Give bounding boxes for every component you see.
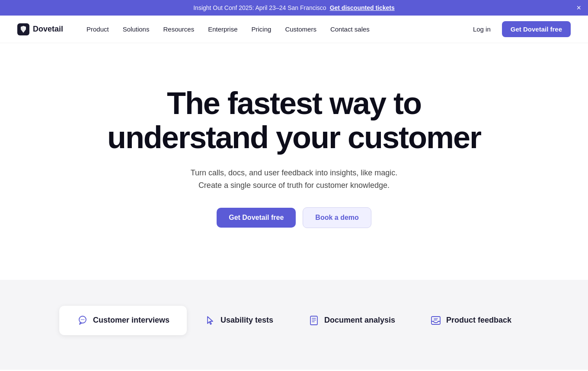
nav-link-contact-sales[interactable]: Contact sales [324,22,376,36]
logo-icon [17,23,29,35]
hero-subtitle-line2: Create a single source of truth for cust… [198,181,390,190]
hero-title: The fastest way to understand your custo… [107,86,481,155]
hero-cta-primary-button[interactable]: Get Dovetail free [217,208,296,228]
hero-subtitle: Turn calls, docs, and user feedback into… [191,167,398,192]
banner-text: Insight Out Conf 2025: April 23–24 San F… [193,4,326,11]
document-icon [308,314,320,327]
card-document-analysis[interactable]: Document analysis [291,306,412,335]
hero-buttons: Get Dovetail free Book a demo [217,207,371,228]
navbar: Dovetail Product Solutions Resources Ent… [0,16,588,43]
bottom-divider [0,344,588,370]
banner-close-button[interactable]: × [576,4,581,12]
svg-point-4 [83,319,84,320]
banner-link[interactable]: Get discounted tickets [330,4,395,11]
card-product-feedback[interactable]: Product feedback [412,306,529,335]
nav-link-pricing[interactable]: Pricing [246,22,278,36]
nav-link-customers[interactable]: Customers [279,22,323,36]
card-usability-tests-label: Usability tests [220,316,273,325]
use-case-cards-section: Customer interviews Usability tests D [0,280,588,370]
card-customer-interviews-label: Customer interviews [93,316,169,325]
svg-rect-5 [310,316,317,325]
chat-icon [77,314,89,327]
hero-section: The fastest way to understand your custo… [0,43,588,254]
card-document-analysis-label: Document analysis [324,316,395,325]
nav-actions: Log in Get Dovetail free [467,21,571,37]
nav-cta-button[interactable]: Get Dovetail free [502,21,571,37]
card-customer-interviews[interactable]: Customer interviews [59,306,187,335]
svg-point-2 [81,319,82,320]
login-link[interactable]: Log in [467,22,497,36]
nav-link-product[interactable]: Product [80,22,115,36]
svg-rect-9 [431,317,440,324]
announcement-banner: Insight Out Conf 2025: April 23–24 San F… [0,0,588,16]
nav-link-solutions[interactable]: Solutions [117,22,156,36]
card-usability-tests[interactable]: Usability tests [187,306,291,335]
hero-subtitle-line1: Turn calls, docs, and user feedback into… [191,168,398,177]
cards-row: Customer interviews Usability tests D [0,297,588,344]
cursor-icon [204,314,216,327]
logo-text: Dovetail [33,25,63,34]
inbox-icon [430,314,442,327]
nav-links: Product Solutions Resources Enterprise P… [80,22,467,36]
hero-title-line1: The fastest way to [167,86,421,120]
svg-point-3 [82,319,83,320]
card-product-feedback-label: Product feedback [446,316,511,325]
nav-link-resources[interactable]: Resources [157,22,200,36]
hero-title-line2: understand your customer [107,120,481,155]
logo[interactable]: Dovetail [17,23,63,35]
nav-link-enterprise[interactable]: Enterprise [202,22,243,36]
hero-cta-secondary-button[interactable]: Book a demo [303,207,371,228]
